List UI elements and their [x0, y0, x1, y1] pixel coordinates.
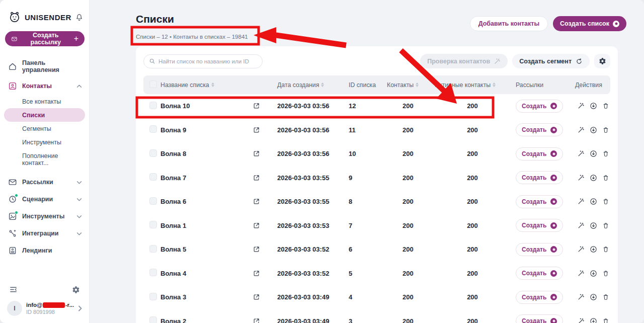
- row-export-download-icon[interactable]: [590, 293, 597, 301]
- row-check-contacts-wand-icon[interactable]: [577, 317, 585, 323]
- row-export-download-icon[interactable]: [590, 150, 597, 157]
- row-export-download-icon[interactable]: [590, 102, 597, 110]
- create-campaign-for-list-button[interactable]: Создать: [516, 100, 563, 113]
- row-checkbox[interactable]: [149, 245, 157, 253]
- row-delete-trash-icon[interactable]: [602, 293, 609, 301]
- row-export-download-icon[interactable]: [590, 246, 597, 253]
- open-list-external-link-icon[interactable]: [253, 222, 260, 229]
- list-name[interactable]: Волна 9: [160, 126, 186, 134]
- row-export-download-icon[interactable]: [590, 222, 597, 229]
- create-campaign-for-list-button[interactable]: Создать: [516, 219, 563, 232]
- create-list-button[interactable]: Создать список: [553, 16, 626, 31]
- list-name[interactable]: Волна 3: [160, 293, 186, 301]
- list-name[interactable]: Волна 4: [160, 270, 186, 277]
- create-campaign-for-list-button[interactable]: Создать: [516, 147, 563, 160]
- sidebar-item-landings[interactable]: Лендинги: [0, 242, 89, 259]
- sidebar-subitem-lists[interactable]: Списки: [4, 108, 85, 122]
- row-checkbox[interactable]: [149, 125, 157, 133]
- open-list-external-link-icon[interactable]: [253, 174, 260, 182]
- row-delete-trash-icon[interactable]: [602, 198, 609, 205]
- list-name[interactable]: Волна 5: [160, 246, 186, 253]
- create-campaign-for-list-button[interactable]: Создать: [516, 123, 563, 136]
- row-check-contacts-wand-icon[interactable]: [577, 198, 585, 205]
- row-delete-trash-icon[interactable]: [602, 222, 609, 229]
- row-export-download-icon[interactable]: [590, 270, 597, 277]
- column-header-active-contacts[interactable]: Активные контакты: [435, 82, 516, 89]
- create-campaign-for-list-button[interactable]: Создать: [516, 243, 563, 256]
- row-delete-trash-icon[interactable]: [602, 174, 609, 182]
- list-name[interactable]: Волна 10: [160, 102, 190, 110]
- row-check-contacts-wand-icon[interactable]: [577, 246, 585, 253]
- create-campaign-for-list-button[interactable]: Создать: [516, 291, 563, 304]
- list-name[interactable]: Волна 8: [160, 150, 186, 157]
- sidebar-item-integrations[interactable]: Интеграции: [0, 225, 89, 242]
- row-export-download-icon[interactable]: [590, 174, 597, 182]
- row-check-contacts-wand-icon[interactable]: [577, 293, 585, 301]
- column-header-contacts[interactable]: Контакты: [387, 82, 435, 89]
- collapse-sidebar-icon[interactable]: [9, 285, 18, 294]
- open-list-external-link-icon[interactable]: [253, 293, 260, 301]
- open-list-external-link-icon[interactable]: [253, 246, 260, 253]
- open-list-external-link-icon[interactable]: [253, 270, 260, 277]
- open-list-external-link-icon[interactable]: [253, 198, 260, 205]
- create-segment-button[interactable]: Создать сегмент: [512, 54, 590, 68]
- row-check-contacts-wand-icon[interactable]: [577, 150, 585, 157]
- settings-gear-icon[interactable]: [72, 286, 80, 294]
- add-contacts-button[interactable]: Добавить контакты: [470, 16, 548, 31]
- row-check-contacts-wand-icon[interactable]: [577, 126, 585, 134]
- open-list-external-link-icon[interactable]: [253, 126, 260, 134]
- row-check-contacts-wand-icon[interactable]: [577, 270, 585, 277]
- create-campaign-button[interactable]: Создать рассылку +: [5, 31, 85, 46]
- sidebar-subitem-segments[interactable]: Сегменты: [0, 122, 89, 135]
- account-menu[interactable]: I info@-r... ID 8091998: [7, 301, 82, 316]
- row-delete-trash-icon[interactable]: [602, 317, 609, 323]
- list-name[interactable]: Волна 1: [160, 222, 186, 229]
- open-list-external-link-icon[interactable]: [253, 150, 260, 157]
- create-campaign-for-list-button[interactable]: Создать: [516, 195, 563, 208]
- column-header-name[interactable]: Название списка: [160, 82, 277, 89]
- column-header-id[interactable]: ID списка: [349, 82, 387, 89]
- row-delete-trash-icon[interactable]: [602, 246, 609, 253]
- list-name[interactable]: Волна 6: [160, 198, 186, 205]
- row-delete-trash-icon[interactable]: [602, 126, 609, 134]
- row-delete-trash-icon[interactable]: [602, 102, 609, 110]
- row-checkbox[interactable]: [149, 221, 157, 228]
- create-campaign-for-list-button[interactable]: Создать: [516, 314, 563, 323]
- create-campaign-for-list-button[interactable]: Создать: [516, 171, 563, 184]
- row-export-download-icon[interactable]: [590, 317, 597, 323]
- sidebar-subitem-tools[interactable]: Инструменты: [0, 135, 89, 149]
- row-delete-trash-icon[interactable]: [602, 270, 609, 277]
- row-checkbox[interactable]: [149, 149, 157, 157]
- row-delete-trash-icon[interactable]: [602, 150, 609, 157]
- row-checkbox[interactable]: [149, 293, 157, 300]
- sidebar-item-scenarios[interactable]: Сценарии: [0, 191, 89, 208]
- search-input[interactable]: [158, 58, 257, 64]
- search-box[interactable]: [143, 54, 263, 68]
- create-campaign-for-list-button[interactable]: Создать: [516, 267, 563, 280]
- sidebar-item-tools[interactable]: Инструменты: [0, 208, 89, 225]
- row-checkbox[interactable]: [149, 197, 157, 205]
- sidebar-item-campaigns[interactable]: Рассылки: [0, 174, 89, 191]
- check-contacts-button[interactable]: Проверка контактов: [420, 54, 508, 68]
- list-name[interactable]: Волна 2: [160, 317, 186, 323]
- open-list-external-link-icon[interactable]: [253, 317, 260, 323]
- row-checkbox[interactable]: [149, 173, 157, 181]
- sidebar-item-dashboard[interactable]: Панель управления: [0, 55, 89, 77]
- row-export-download-icon[interactable]: [590, 198, 597, 205]
- row-check-contacts-wand-icon[interactable]: [577, 222, 585, 229]
- sidebar-subitem-refill-contacts[interactable]: Пополнение контакт...: [0, 149, 89, 170]
- sidebar-subitem-all-contacts[interactable]: Все контакты: [0, 95, 89, 108]
- row-checkbox[interactable]: [149, 102, 157, 109]
- notifications-bell-icon[interactable]: [75, 13, 84, 22]
- row-checkbox[interactable]: [149, 316, 157, 323]
- row-check-contacts-wand-icon[interactable]: [577, 174, 585, 182]
- sidebar-item-contacts[interactable]: Контакты: [0, 77, 89, 95]
- row-check-contacts-wand-icon[interactable]: [577, 102, 585, 110]
- select-all-checkbox[interactable]: [149, 80, 157, 88]
- row-checkbox[interactable]: [149, 269, 157, 276]
- table-settings-button[interactable]: [594, 54, 610, 68]
- list-name[interactable]: Волна 7: [160, 174, 186, 182]
- row-export-download-icon[interactable]: [590, 126, 597, 134]
- column-header-created[interactable]: Дата создания: [277, 82, 349, 89]
- open-list-external-link-icon[interactable]: [253, 102, 260, 110]
